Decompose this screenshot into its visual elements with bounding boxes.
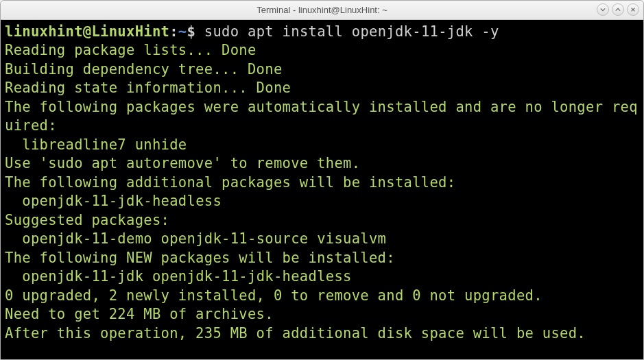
output-line: openjdk-11-jdk-headless <box>5 193 222 209</box>
output-line: Need to get 224 MB of archives. <box>5 306 274 322</box>
titlebar: Terminal - linuxhint@LinuxHint: ~ <box>1 1 643 20</box>
prompt-user-host: linuxhint@LinuxHint <box>5 23 169 40</box>
output-line: 0 upgraded, 2 newly installed, 0 to remo… <box>5 287 542 304</box>
output-line: The following NEW packages will be insta… <box>5 250 395 266</box>
command-text: sudo apt install openjdk-11-jdk -y <box>204 23 499 40</box>
close-icon <box>630 7 636 12</box>
prompt-path: ~ <box>178 23 187 40</box>
output-line: The following packages were automaticall… <box>5 99 638 134</box>
minimize-button[interactable] <box>597 3 609 16</box>
terminal-body[interactable]: linuxhint@LinuxHint:~$ sudo apt install … <box>1 20 643 359</box>
output-line: Use 'sudo apt autoremove' to remove them… <box>5 155 360 171</box>
window-title: Terminal - linuxhint@LinuxHint: ~ <box>257 5 387 15</box>
window-controls <box>597 3 639 16</box>
prompt-colon: : <box>169 23 178 40</box>
output-line: Reading package lists... Done <box>5 42 257 58</box>
output-line: libreadline7 unhide <box>5 136 187 153</box>
prompt-dollar: $ <box>187 23 196 40</box>
maximize-button[interactable] <box>612 3 624 16</box>
output-line: Building dependency tree... Done <box>5 61 283 77</box>
terminal-window: Terminal - linuxhint@LinuxHint: ~ linuxh… <box>0 0 644 360</box>
close-button[interactable] <box>627 3 639 16</box>
output-line: After this operation, 235 MB of addition… <box>5 325 586 341</box>
output-line: The following additional packages will b… <box>5 174 455 191</box>
chevron-down-icon <box>600 7 606 12</box>
output-line: openjdk-11-jdk openjdk-11-jdk-headless <box>5 268 352 285</box>
output-line: Reading state information... Done <box>5 80 291 96</box>
output-line: openjdk-11-demo openjdk-11-source visual… <box>5 230 386 247</box>
output-line: Suggested packages: <box>5 212 169 228</box>
chevron-up-icon <box>615 7 621 12</box>
